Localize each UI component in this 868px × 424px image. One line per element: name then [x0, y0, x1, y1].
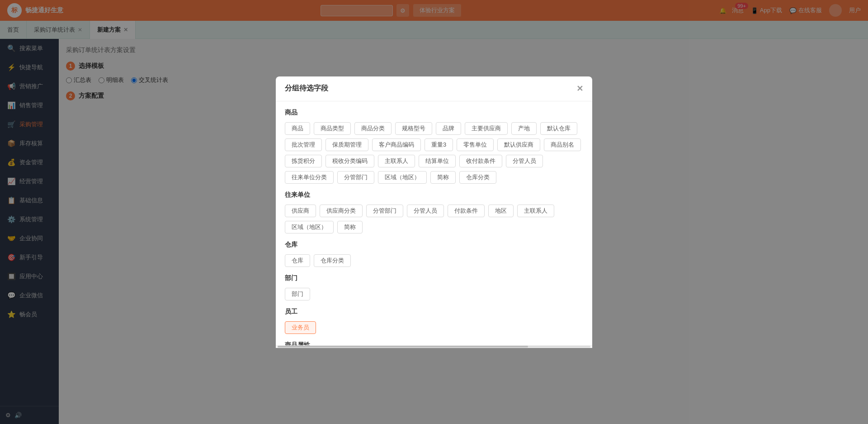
field-product[interactable]: 商品: [285, 122, 310, 135]
field-area-partner[interactable]: 地区: [488, 205, 514, 217]
field-product-alias[interactable]: 商品别名: [544, 138, 581, 151]
field-weight3[interactable]: 重量3: [425, 138, 453, 151]
field-region-partner[interactable]: 区域（地区）: [285, 221, 334, 233]
section-product-fields: 商品 商品类型 商品分类 规格型号 品牌 主要供应商 产地 默认仓库 批次管理 …: [285, 122, 583, 184]
field-supplier[interactable]: 供应商: [285, 205, 316, 217]
field-dept[interactable]: 部门: [285, 288, 310, 300]
section-employee-title: 员工: [285, 308, 583, 316]
section-dept-title: 部门: [285, 274, 583, 282]
field-warehouse-category[interactable]: 仓库分类: [459, 171, 496, 184]
field-dept-managed[interactable]: 分管部门: [337, 171, 374, 184]
dialog-scrollbar-area: [276, 345, 592, 348]
modal-overlay: 分组待选字段 ✕ 商品 商品 商品类型 商品分类 规格型号 品牌 主要供应商 产…: [0, 0, 868, 424]
section-product-title: 商品: [285, 109, 583, 117]
field-main-supplier[interactable]: 主要供应商: [465, 122, 508, 135]
dialog-close-button[interactable]: ✕: [576, 84, 583, 94]
field-salesperson[interactable]: 业务员: [285, 321, 316, 334]
field-short-name-partner[interactable]: 简称: [337, 221, 363, 233]
field-payment-cond[interactable]: 付款条件: [448, 205, 485, 217]
field-retail-unit[interactable]: 零售单位: [457, 138, 494, 151]
field-product-category[interactable]: 商品分类: [354, 122, 392, 135]
field-default-supplier[interactable]: 默认供应商: [497, 138, 540, 151]
section-product-attr-title: 商品属性: [285, 341, 583, 346]
field-warehouse-cat[interactable]: 仓库分类: [314, 254, 351, 267]
section-warehouse-fields: 仓库 仓库分类: [285, 254, 583, 267]
field-product-type[interactable]: 商品类型: [314, 122, 351, 135]
field-brand[interactable]: 品牌: [436, 122, 461, 135]
field-person-partner[interactable]: 分管人员: [407, 205, 444, 217]
field-short-name-product[interactable]: 简称: [430, 171, 456, 184]
field-partner-category[interactable]: 往来单位分类: [285, 171, 334, 184]
field-region-product[interactable]: 区域（地区）: [378, 171, 427, 184]
section-dept-fields: 部门: [285, 288, 583, 300]
field-shelf-life[interactable]: 保质期管理: [326, 138, 368, 151]
field-origin[interactable]: 产地: [511, 122, 537, 135]
dialog-title: 分组待选字段: [285, 84, 328, 93]
field-dept-partner[interactable]: 分管部门: [366, 205, 403, 217]
field-spec-model[interactable]: 规格型号: [395, 122, 432, 135]
field-default-warehouse[interactable]: 默认仓库: [540, 122, 577, 135]
field-settlement-unit[interactable]: 结算单位: [419, 155, 456, 167]
dialog-scrollbar-track: [278, 346, 590, 348]
field-warehouse[interactable]: 仓库: [285, 254, 310, 267]
field-customer-code[interactable]: 客户商品编码: [372, 138, 421, 151]
field-supplier-category[interactable]: 供应商分类: [320, 205, 363, 217]
section-employee-fields: 业务员: [285, 321, 583, 334]
field-payment-terms[interactable]: 收付款条件: [459, 155, 502, 167]
field-pick-points[interactable]: 拣货积分: [285, 155, 322, 167]
section-partner-title: 往来单位: [285, 191, 583, 199]
field-contact-partner[interactable]: 主联系人: [517, 205, 554, 217]
dialog-header: 分组待选字段 ✕: [276, 76, 592, 101]
field-main-contact[interactable]: 主联系人: [378, 155, 415, 167]
section-partner-fields: 供应商 供应商分类 分管部门 分管人员 付款条件 地区 主联系人 区域（地区） …: [285, 205, 583, 233]
section-warehouse-title: 仓库: [285, 241, 583, 249]
dialog: 分组待选字段 ✕ 商品 商品 商品类型 商品分类 规格型号 品牌 主要供应商 产…: [276, 76, 592, 348]
dialog-body: 商品 商品 商品类型 商品分类 规格型号 品牌 主要供应商 产地 默认仓库 批次…: [276, 101, 592, 346]
field-tax-code[interactable]: 税收分类编码: [326, 155, 374, 167]
field-batch-mgmt[interactable]: 批次管理: [285, 138, 322, 151]
field-responsible-person[interactable]: 分管人员: [506, 155, 543, 167]
dialog-scrollbar-thumb[interactable]: [278, 346, 528, 348]
